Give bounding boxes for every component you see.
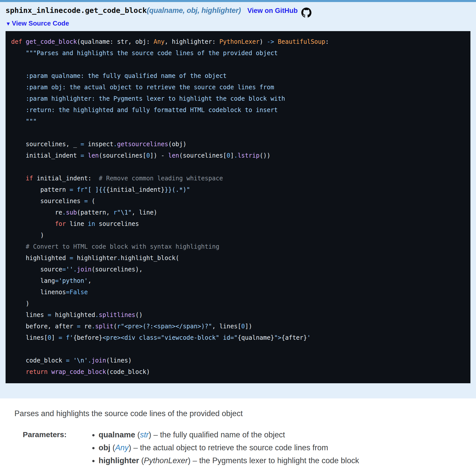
code-line: """Parses and highlights the source code…	[11, 48, 468, 59]
field-list: Parameters: qualname (str) – the fully q…	[14, 430, 466, 468]
triangle-down-icon: ▼	[6, 21, 11, 27]
code-line: if initial_indent: # Remove common leadi…	[11, 173, 468, 184]
code-line: lang='python',	[11, 275, 468, 287]
doc-body: Parses and highlights the source code li…	[0, 398, 476, 468]
parameter-type-link[interactable]: str	[140, 430, 149, 439]
code-line: """	[11, 116, 468, 127]
view-source-label: View Source Code	[12, 19, 69, 27]
parameter-item: qualname (str) – the fully qualified nam…	[92, 430, 359, 439]
code-line: for line in sourcelines	[11, 218, 468, 230]
signature-params: (qualname, obj, highlighter)	[147, 6, 241, 15]
parameter-name: obj	[99, 443, 110, 452]
code-line: :param qualname: the fully qualified nam…	[11, 70, 468, 82]
code-line: )	[11, 298, 468, 309]
code-line: sourcelines, _ = inspect.getsourcelines(…	[11, 139, 468, 150]
code-line	[11, 59, 468, 70]
code-line: initial_indent = len(sourcelines[0]) - l…	[11, 150, 468, 161]
parameter-item: obj (Any) – the actual object to retriev…	[92, 443, 359, 452]
parameter-name: qualname	[99, 430, 135, 439]
parameter-description: the actual object to retrieve the source…	[140, 443, 328, 452]
code-line: highlighted = highlighter.highlight_bloc…	[11, 252, 468, 264]
signature-panel: sphinx_inlinecode.get_code_block(qualnam…	[0, 0, 476, 398]
code-line: pattern = fr"[ ]{{{initial_indent}}}(.*)…	[11, 184, 468, 196]
code-line: lines = highlighted.splitlines()	[11, 309, 468, 321]
parameters-label: Parameters:	[23, 430, 84, 468]
view-on-github-link[interactable]: View on GitHub	[247, 7, 298, 15]
parameter-description: the Pygments lexer to highlight the code…	[199, 456, 359, 465]
code-line: :param highlighter: the Pygments lexer t…	[11, 93, 468, 104]
function-description: Parses and highlights the source code li…	[14, 409, 466, 418]
code-line: :param obj: the actual object to retriev…	[11, 82, 468, 93]
code-line: before, after = re.split(r"<pre>(?:<span…	[11, 321, 468, 332]
code-line: lines[0] = f'{before}<pre><div class="vi…	[11, 332, 468, 344]
code-line: :return: the highlighted and fully forma…	[11, 104, 468, 116]
signature-name: sphinx_inlinecode.get_code_block	[6, 6, 147, 15]
source-code-block: def get_code_block(qualname: str, obj: A…	[6, 31, 470, 383]
parameter-type: PythonLexer	[144, 456, 188, 465]
view-source-toggle[interactable]: ▼View Source Code	[6, 19, 69, 27]
code-line: linenos=False	[11, 287, 468, 298]
code-line: return wrap_code_block(code_block)	[11, 366, 468, 378]
code-line: re.sub(pattern, r"\1", line)	[11, 207, 468, 218]
code-line	[11, 344, 468, 355]
page: sphinx_inlinecode.get_code_block(qualnam…	[0, 0, 476, 468]
code-line: )	[11, 230, 468, 241]
parameter-description: the fully qualified name of the object	[160, 430, 285, 439]
github-icon[interactable]	[301, 8, 311, 19]
code-line	[11, 127, 468, 139]
function-signature: sphinx_inlinecode.get_code_block(qualnam…	[6, 6, 470, 17]
code-line	[11, 161, 468, 173]
code-line: # Convert to HTML code block with syntax…	[11, 241, 468, 252]
code-line: code_block = '\n'.join(lines)	[11, 355, 468, 366]
parameter-name: highlighter	[99, 456, 139, 465]
parameter-type-link[interactable]: Any	[115, 443, 128, 452]
code-line: source=''.join(sourcelines),	[11, 264, 468, 275]
code-line: def get_code_block(qualname: str, obj: A…	[11, 36, 468, 48]
code-line: sourcelines = (	[11, 196, 468, 207]
parameter-item: highlighter (PythonLexer) – the Pygments…	[92, 456, 359, 465]
parameters-list: qualname (str) – the fully qualified nam…	[84, 430, 359, 468]
